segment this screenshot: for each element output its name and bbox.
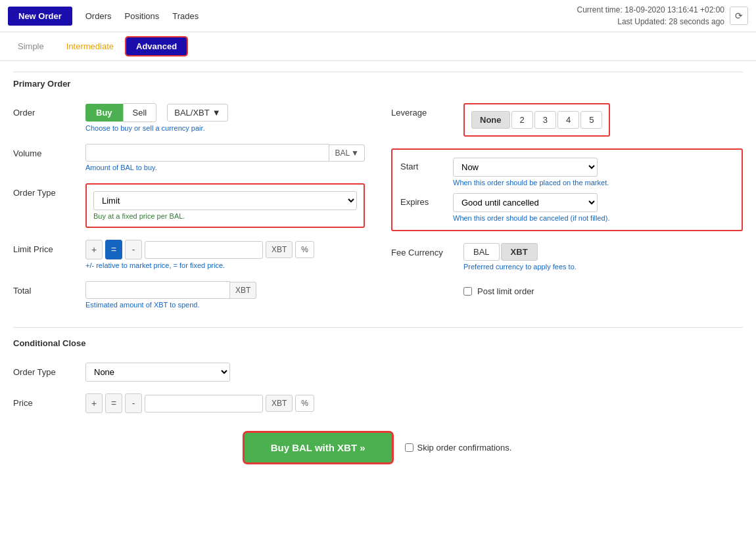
cond-plus-button[interactable]: + bbox=[85, 393, 103, 413]
fee-currency-hint: Preferred currency to apply fees to. bbox=[463, 263, 743, 271]
minus-button[interactable]: - bbox=[125, 240, 142, 259]
leverage-box: None 2 3 4 5 bbox=[463, 103, 610, 137]
cond-order-type-row: Order Type None Limit Stop-Loss Take-Pro… bbox=[13, 363, 743, 382]
order-type-select[interactable]: Limit Market Stop-Loss Take-Profit bbox=[93, 191, 357, 210]
nav-positions[interactable]: Positions bbox=[124, 9, 159, 24]
limit-price-input[interactable] bbox=[145, 241, 263, 259]
volume-unit-value: BAL bbox=[335, 148, 350, 158]
pair-dropdown-arrow: ▼ bbox=[212, 108, 221, 118]
fee-currency-label: Fee Currency bbox=[391, 243, 463, 257]
fee-xbt-button[interactable]: XBT bbox=[501, 243, 538, 261]
cond-price-pct-button[interactable]: % bbox=[295, 395, 314, 412]
cond-order-type-label: Order Type bbox=[13, 363, 85, 377]
volume-label: Volume bbox=[13, 144, 85, 158]
tab-row: Simple Intermediate Advanced bbox=[0, 32, 756, 61]
post-limit-control: Post limit order bbox=[463, 282, 743, 296]
last-updated-row: Last Updated: 28 seconds ago bbox=[577, 16, 724, 28]
order-label: Order bbox=[13, 103, 85, 118]
pair-dropdown[interactable]: BAL/XBT ▼ bbox=[167, 104, 227, 122]
conditional-close-section: Conditional Close Order Type None Limit … bbox=[13, 338, 743, 413]
current-time-row: Current time: 18-09-2020 13:16:41 +02:00 bbox=[577, 4, 724, 16]
volume-control: BAL ▼ Amount of BAL to buy. bbox=[85, 144, 365, 171]
new-order-button[interactable]: New Order bbox=[8, 7, 72, 26]
pair-value: BAL/XBT bbox=[174, 108, 209, 118]
limit-price-hint: +/- relative to market price, = for fixe… bbox=[85, 261, 365, 269]
nav-trades[interactable]: Trades bbox=[172, 9, 199, 24]
post-limit-row: Post limit order bbox=[391, 282, 743, 296]
limit-price-group: + = - XBT % bbox=[85, 240, 365, 259]
start-row: Start Now Scheduled When this order shou… bbox=[400, 158, 734, 187]
fee-currency-control: BAL XBT Preferred currency to apply fees… bbox=[463, 243, 743, 271]
post-limit-spacer bbox=[391, 282, 463, 287]
limit-price-unit: XBT bbox=[266, 241, 293, 258]
equals-button[interactable]: = bbox=[105, 240, 122, 259]
right-column: Leverage None 2 3 4 5 Start bbox=[391, 103, 743, 321]
order-type-control: Limit Market Stop-Loss Take-Profit Buy a… bbox=[85, 183, 365, 228]
conditional-divider bbox=[13, 327, 743, 328]
submit-button[interactable]: Buy BAL with XBT » bbox=[245, 433, 392, 462]
volume-unit-arrow: ▼ bbox=[351, 148, 359, 158]
cond-minus-button[interactable]: - bbox=[125, 393, 142, 413]
tab-advanced[interactable]: Advanced bbox=[126, 37, 187, 55]
sell-button[interactable]: Sell bbox=[123, 103, 157, 122]
skip-confirm-checkbox[interactable] bbox=[405, 443, 413, 452]
plus-button[interactable]: + bbox=[85, 240, 103, 259]
leverage-5-button[interactable]: 5 bbox=[580, 111, 602, 129]
total-hint: Estimated amount of XBT to spend. bbox=[85, 301, 365, 309]
cond-price-control: + = - XBT % bbox=[85, 393, 743, 413]
primary-order-columns: Order Buy Sell BAL/XBT ▼ Choose to buy o… bbox=[13, 103, 743, 321]
leverage-4-button[interactable]: 4 bbox=[557, 111, 579, 129]
expires-select[interactable]: Good until cancelled Good until date Imm… bbox=[453, 193, 598, 212]
cond-order-type-select[interactable]: None Limit Stop-Loss Take-Profit bbox=[85, 363, 230, 382]
skip-confirm-label: Skip order confirmations. bbox=[417, 443, 512, 453]
expires-row: Expires Good until cancelled Good until … bbox=[400, 193, 734, 222]
refresh-button[interactable]: ⟳ bbox=[730, 7, 748, 25]
start-expires-box: Start Now Scheduled When this order shou… bbox=[391, 148, 743, 231]
volume-hint: Amount of BAL to buy. bbox=[85, 164, 365, 171]
expires-label: Expires bbox=[400, 193, 453, 207]
leverage-none-button[interactable]: None bbox=[471, 111, 510, 129]
limit-price-label: Limit Price bbox=[13, 240, 85, 254]
order-type-hint: Buy at a fixed price per BAL. bbox=[93, 212, 357, 220]
volume-input-group: BAL ▼ bbox=[85, 144, 365, 162]
total-unit: XBT bbox=[230, 282, 256, 299]
post-limit-checkbox[interactable] bbox=[463, 287, 472, 296]
order-type-label: Order Type bbox=[13, 183, 85, 198]
cond-price-label: Price bbox=[13, 393, 85, 408]
expires-control: Good until cancelled Good until date Imm… bbox=[453, 193, 734, 222]
leverage-2-button[interactable]: 2 bbox=[511, 111, 533, 129]
nav-orders[interactable]: Orders bbox=[85, 9, 112, 24]
total-input[interactable] bbox=[85, 281, 230, 299]
fee-bal-button[interactable]: BAL bbox=[463, 243, 500, 261]
leverage-3-button[interactable]: 3 bbox=[534, 111, 556, 129]
top-nav: New Order Orders Positions Trades Curren… bbox=[0, 0, 756, 32]
order-type-box: Limit Market Stop-Loss Take-Profit Buy a… bbox=[85, 183, 365, 228]
total-row: Total XBT Estimated amount of XBT to spe… bbox=[13, 281, 365, 309]
start-select[interactable]: Now Scheduled bbox=[453, 158, 598, 177]
leverage-label: Leverage bbox=[391, 103, 463, 118]
limit-price-pct-button[interactable]: % bbox=[295, 241, 314, 258]
limit-price-row: Limit Price + = - XBT % +/- relative to … bbox=[13, 240, 365, 269]
leverage-control: None 2 3 4 5 bbox=[463, 103, 743, 137]
tab-simple[interactable]: Simple bbox=[8, 37, 54, 55]
start-hint: When this order should be placed on the … bbox=[453, 179, 734, 187]
cond-equals-button[interactable]: = bbox=[105, 393, 122, 413]
total-input-group: XBT bbox=[85, 281, 365, 299]
volume-unit-dropdown[interactable]: BAL ▼ bbox=[329, 145, 365, 162]
fee-currency-row: Fee Currency BAL XBT Preferred currency … bbox=[391, 243, 743, 271]
start-label: Start bbox=[400, 158, 453, 171]
expires-hint: When this order should be canceled (if n… bbox=[453, 214, 734, 222]
bottom-actions: Buy BAL with XBT » Skip order confirmati… bbox=[13, 433, 743, 462]
cond-price-row: Price + = - XBT % bbox=[13, 393, 743, 413]
last-updated-label: Last Updated: bbox=[617, 17, 667, 26]
leverage-row: Leverage None 2 3 4 5 bbox=[391, 103, 743, 137]
time-block: Current time: 18-09-2020 13:16:41 +02:00… bbox=[577, 4, 724, 28]
last-updated-value: 28 seconds ago bbox=[669, 17, 724, 26]
cond-order-type-control: None Limit Stop-Loss Take-Profit bbox=[85, 363, 743, 382]
tab-intermediate[interactable]: Intermediate bbox=[57, 37, 124, 55]
order-control: Buy Sell BAL/XBT ▼ Choose to buy or sell… bbox=[85, 103, 365, 132]
buy-button[interactable]: Buy bbox=[85, 104, 123, 122]
conditional-close-header: Conditional Close bbox=[13, 338, 743, 352]
cond-price-input[interactable] bbox=[145, 395, 263, 412]
volume-input[interactable] bbox=[85, 144, 329, 162]
